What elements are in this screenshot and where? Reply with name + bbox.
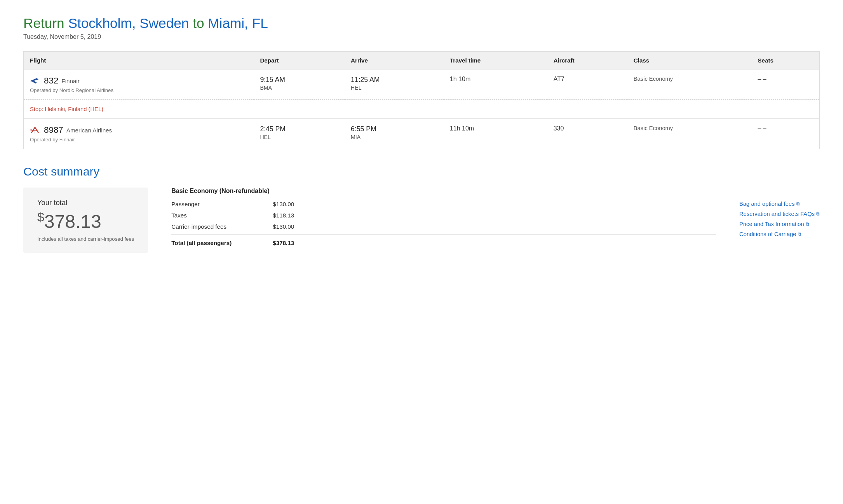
external-icon-1: ⧉ [816, 211, 820, 217]
flight-2-depart: 2:45 PM HEL [254, 119, 345, 149]
external-icon-2: ⧉ [806, 221, 809, 227]
table-row: 8987 American Airlines Operated by Finna… [24, 119, 820, 149]
flight-1-airline: Finnair [61, 78, 79, 84]
external-icon-3: ⧉ [798, 231, 801, 237]
table-row: 832 Finnair Operated by Nordic Regional … [24, 70, 820, 100]
col-arrive: Arrive [345, 52, 444, 70]
flight-1-aircraft: AT7 [547, 70, 627, 100]
conditions-carriage-link-text: Conditions of Carriage [739, 231, 796, 237]
flight-2-cell: 8987 American Airlines Operated by Finna… [30, 125, 247, 143]
flight-2-seats: – – [751, 119, 819, 149]
dollar-sign: $ [37, 210, 44, 224]
page-title: Return Stockholm, Sweden to Miami, FL [23, 16, 820, 31]
fare-divider [171, 235, 716, 235]
title-origin: Stockholm, Sweden [68, 16, 189, 31]
your-total-amount: $378.13 [37, 210, 134, 232]
fare-line-name-carrier: Carrier-imposed fees [171, 223, 249, 230]
flight-2-aircraft: 330 [547, 119, 627, 149]
flight-1-class: Basic Economy [627, 70, 752, 100]
table-header-row: Flight Depart Arrive Travel time Aircraf… [24, 52, 820, 70]
title-return: Return [23, 16, 68, 31]
stop-row: Stop: Helsinki, Finland (HEL) [24, 100, 820, 119]
fare-total-amount: $378.13 [255, 240, 294, 246]
col-depart: Depart [254, 52, 345, 70]
flight-2-operated-by: Operated by Finnair [30, 137, 247, 143]
fare-line-carrier-fees: Carrier-imposed fees $130.00 [171, 223, 716, 230]
fare-type-label: Basic Economy (Non-refundable) [171, 188, 820, 195]
cost-summary-layout: Your total $378.13 Includes all taxes an… [23, 188, 820, 253]
col-travel-time: Travel time [444, 52, 547, 70]
cost-summary-title: Cost summary [23, 165, 820, 178]
your-total-label: Your total [37, 198, 134, 207]
fare-line-amount-taxes: $118.13 [255, 212, 294, 219]
fare-details: Basic Economy (Non-refundable) Passenger… [171, 188, 820, 246]
fare-lines: Passenger $130.00 Taxes $118.13 Carrier-… [171, 201, 716, 246]
includes-note: Includes all taxes and carrier-imposed f… [37, 236, 134, 242]
col-class: Class [627, 52, 752, 70]
price-tax-link[interactable]: Price and Tax Information ⧉ [739, 221, 820, 227]
col-seats: Seats [751, 52, 819, 70]
flight-2-class: Basic Economy [627, 119, 752, 149]
flight-1-depart: 9:15 AM BMA [254, 70, 345, 100]
reservation-faqs-link[interactable]: Reservation and tickets FAQs ⧉ [739, 211, 820, 217]
fare-line-taxes: Taxes $118.13 [171, 212, 716, 219]
cost-summary-section: Cost summary Your total $378.13 Includes… [23, 165, 820, 253]
fare-total-line: Total (all passengers) $378.13 [171, 240, 716, 246]
fare-line-passenger: Passenger $130.00 [171, 201, 716, 207]
your-total-box: Your total $378.13 Includes all taxes an… [23, 188, 148, 253]
flight-1-number: 832 [44, 76, 58, 86]
total-number: 378.13 [44, 211, 101, 232]
reservation-faqs-link-text: Reservation and tickets FAQs [739, 211, 815, 217]
american-airlines-icon [30, 126, 41, 134]
flight-1-travel-time: 1h 10m [444, 70, 547, 100]
flight-1-seats: – – [751, 70, 819, 100]
flight-2-number: 8987 [44, 125, 63, 135]
col-flight: Flight [24, 52, 254, 70]
title-to: to [189, 16, 208, 31]
fare-line-name-taxes: Taxes [171, 212, 249, 219]
links-column: Bag and optional fees ⧉ Reservation and … [739, 201, 820, 246]
fare-line-amount-passenger: $130.00 [255, 201, 294, 207]
price-tax-link-text: Price and Tax Information [739, 221, 804, 227]
flight-2-travel-time: 11h 10m [444, 119, 547, 149]
page-subtitle: Tuesday, November 5, 2019 [23, 33, 820, 40]
finnair-icon [30, 77, 41, 85]
fare-lines-and-links: Passenger $130.00 Taxes $118.13 Carrier-… [171, 201, 820, 246]
fare-total-label: Total (all passengers) [171, 240, 249, 246]
external-icon-0: ⧉ [796, 201, 800, 207]
stop-text: Stop: Helsinki, Finland (HEL) [30, 106, 103, 112]
fare-line-name-passenger: Passenger [171, 201, 249, 207]
flight-1-arrive: 11:25 AM HEL [345, 70, 444, 100]
flight-2-airline: American Airlines [66, 127, 112, 134]
bag-fees-link[interactable]: Bag and optional fees ⧉ [739, 201, 820, 207]
flight-table: Flight Depart Arrive Travel time Aircraf… [23, 51, 820, 149]
flight-1-operated-by: Operated by Nordic Regional Airlines [30, 87, 247, 93]
conditions-carriage-link[interactable]: Conditions of Carriage ⧉ [739, 231, 820, 237]
flight-1-cell: 832 Finnair Operated by Nordic Regional … [30, 76, 247, 93]
flight-2-arrive: 6:55 PM MIA [345, 119, 444, 149]
fare-line-amount-carrier: $130.00 [255, 223, 294, 230]
col-aircraft: Aircraft [547, 52, 627, 70]
title-destination: Miami, FL [208, 16, 268, 31]
bag-fees-link-text: Bag and optional fees [739, 201, 794, 207]
